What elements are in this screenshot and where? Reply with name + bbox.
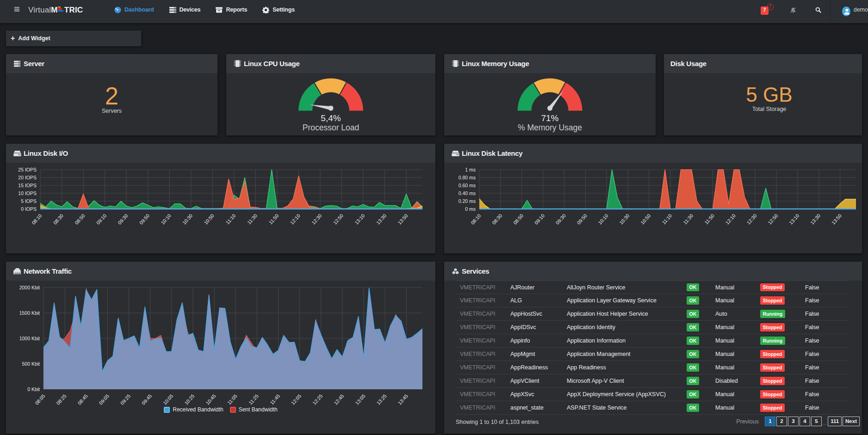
table-row[interactable]: VMETRICAPIAJRouterAllJoyn Router Service… — [456, 281, 848, 294]
nav-item-settings[interactable]: Settings — [262, 0, 295, 21]
widget-disk-io-header[interactable]: Linux Disk I/O — [6, 144, 435, 163]
status-badge: OK — [687, 404, 699, 412]
cell-host: VMETRICAPI — [456, 391, 510, 398]
cpu-gauge-value: 5,4% — [226, 113, 435, 123]
svg-text:10:50: 10:50 — [639, 213, 652, 226]
widget-services-header[interactable]: Services — [444, 262, 862, 281]
svg-text:09:05: 09:05 — [98, 393, 110, 406]
table-row[interactable]: VMETRICAPIaspnet_stateASP.NET State Serv… — [456, 401, 848, 415]
bell-slash-icon[interactable] — [790, 6, 797, 15]
legend-item-sent[interactable]: Sent Bandwidth — [230, 406, 278, 413]
svg-text:11:30: 11:30 — [246, 213, 258, 225]
nav-item-dashboard[interactable]: Dashboard — [114, 0, 154, 21]
gear-icon — [262, 6, 269, 13]
svg-text:11:05: 11:05 — [226, 393, 238, 405]
widget-services: Services VMETRICAPIAJRouterAllJoyn Route… — [444, 262, 862, 434]
svg-text:12:50: 12:50 — [767, 213, 779, 226]
brand-logo[interactable]: VirtualMTRIC — [28, 6, 83, 15]
table-row[interactable]: VMETRICAPIAppIDSvcApplication IdentityOK… — [456, 321, 848, 334]
microchip-icon — [233, 60, 242, 67]
svg-text:10:25: 10:25 — [183, 393, 196, 406]
cell-description: Application Layer Gateway Service — [567, 297, 687, 304]
notifications-button[interactable]: 7 ! — [761, 6, 770, 15]
table-row[interactable]: VMETRICAPIAppMgmtApplication ManagementO… — [456, 348, 848, 361]
svg-text:12:10: 12:10 — [289, 213, 301, 226]
cell-startup: Manual — [715, 351, 760, 357]
widget-cpu-header[interactable]: Linux CPU Usage — [226, 54, 435, 73]
cell-bool: False — [805, 351, 848, 357]
svg-text:08:50: 08:50 — [74, 213, 86, 226]
pagination-page-1[interactable]: 1 — [765, 417, 775, 426]
memory-gauge-value: 71% — [444, 113, 656, 123]
pagination-page-3[interactable]: 3 — [788, 417, 799, 426]
table-row[interactable]: VMETRICAPIAppReadinessApp ReadinessOKMan… — [456, 361, 848, 374]
svg-text:08:45: 08:45 — [76, 393, 89, 406]
nav-item-label: Devices — [180, 6, 201, 13]
pagination-page-111[interactable]: 111 — [828, 417, 842, 426]
hdd-icon — [12, 150, 22, 157]
status-badge: Stopped — [760, 323, 785, 331]
cell-description: App Readiness — [567, 364, 687, 371]
svg-text:13:45: 13:45 — [397, 393, 409, 406]
svg-text:13:05: 13:05 — [354, 393, 366, 406]
pagination-previous[interactable]: Previous — [736, 418, 759, 425]
pagination-ellipsis: ... — [822, 420, 826, 426]
svg-text:11:45: 11:45 — [269, 393, 281, 405]
svg-text:10:30: 10:30 — [181, 213, 194, 226]
svg-text:15 IOPS: 15 IOPS — [18, 183, 37, 188]
cell-description: AppX Deployment Service (AppXSVC) — [567, 391, 687, 398]
svg-text:20 IOPS: 20 IOPS — [18, 175, 37, 180]
status-badge: OK — [687, 350, 699, 358]
svg-text:1 ms: 1 ms — [465, 167, 476, 172]
cell-name: AppReadiness — [510, 364, 567, 371]
widget-title: Linux Disk Latency — [462, 149, 522, 157]
logo-e-bars-icon — [58, 6, 63, 12]
nav-item-devices[interactable]: Devices — [169, 0, 201, 21]
menu-toggle-icon[interactable] — [14, 7, 19, 12]
widget-memory-header[interactable]: Linux Memory Usage — [444, 54, 656, 73]
username-label: demo — [854, 6, 868, 13]
status-badge: Running — [760, 310, 785, 318]
hdd-icon — [451, 150, 460, 157]
svg-text:09:30: 09:30 — [117, 213, 129, 226]
server-stack-icon — [12, 61, 22, 67]
pagination-page-5[interactable]: 5 — [811, 417, 822, 426]
widget-title: Linux Disk I/O — [24, 149, 68, 157]
pagination-page-4[interactable]: 4 — [800, 417, 810, 426]
cell-bool: False — [805, 284, 848, 291]
legend-swatch-received — [164, 407, 170, 413]
table-row[interactable]: VMETRICAPIAppHostSvcApplication Host Hel… — [456, 307, 848, 321]
table-row[interactable]: VMETRICAPIAppinfoApplication Information… — [456, 334, 848, 348]
user-menu[interactable]: demo — [831, 0, 868, 23]
widget-cpu-body: 5,4% Processor Load — [226, 73, 435, 135]
widget-network: Network Traffic 2000 Kbit1500 Kbit1000 K… — [6, 262, 435, 434]
cell-startup: Manual — [715, 391, 760, 398]
widget-network-header[interactable]: Network Traffic — [6, 262, 435, 281]
nav-item-label: Settings — [273, 6, 295, 13]
widget-server-header[interactable]: Server — [6, 54, 217, 73]
svg-text:11:50: 11:50 — [267, 213, 279, 225]
add-widget-button[interactable]: + Add Widget — [6, 31, 141, 46]
cubes-icon — [451, 268, 460, 275]
nav-item-reports[interactable]: Reports — [216, 0, 247, 21]
cell-name: AppIDSvc — [510, 324, 567, 331]
widget-disk-latency-header[interactable]: Linux Disk Latency — [444, 144, 862, 163]
status-badge: Running — [760, 337, 785, 345]
cell-startup: Manual — [715, 364, 760, 371]
pagination-next[interactable]: Next — [843, 417, 860, 426]
nav-item-label: Reports — [226, 6, 247, 13]
cell-description: Application Information — [567, 337, 687, 344]
svg-text:09:10: 09:10 — [533, 213, 546, 226]
table-row[interactable]: VMETRICAPIALGApplication Layer Gateway S… — [456, 294, 848, 307]
search-icon[interactable] — [815, 6, 821, 15]
svg-text:12:10: 12:10 — [724, 213, 737, 226]
table-row[interactable]: VMETRICAPIAppXSvcAppX Deployment Service… — [456, 388, 848, 401]
svg-text:10 IOPS: 10 IOPS — [18, 190, 37, 196]
pagination-page-2[interactable]: 2 — [776, 417, 787, 426]
server-count-value: 2 — [6, 84, 217, 108]
table-row[interactable]: VMETRICAPIAppVClientMicrosoft App-V Clie… — [456, 374, 848, 388]
navbar: VirtualMTRIC Dashboard Devices Reports S… — [0, 0, 868, 23]
widget-disk-usage-header[interactable]: Disk Usage — [664, 54, 862, 73]
legend-item-received[interactable]: Received Bandwidth — [164, 406, 223, 413]
svg-text:11:10: 11:10 — [661, 213, 673, 225]
